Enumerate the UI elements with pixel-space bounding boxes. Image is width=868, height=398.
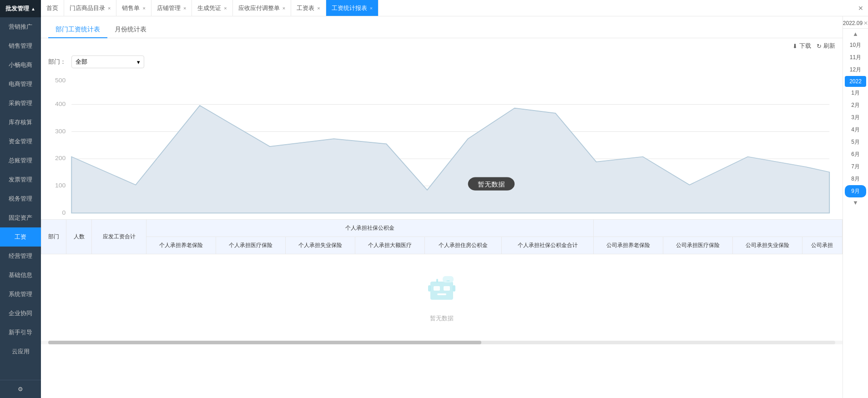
tab-应收应付调整单[interactable]: 应收应付调整单 × bbox=[233, 0, 291, 16]
table-container: 部门 人数 应发工资合计 个人承担社保公积金 个人承担养老保险 个人承担医疗保险… bbox=[41, 219, 843, 352]
sidebar-item-小畅电商[interactable]: 小畅电商 bbox=[0, 55, 41, 75]
tab-店铺管理[interactable]: 店铺管理 × bbox=[151, 0, 192, 16]
svg-rect-16 bbox=[437, 293, 446, 295]
empty-state: ... 暂无数据 bbox=[41, 254, 843, 341]
col-个人承担失业保险: 个人承担失业保险 bbox=[286, 237, 355, 254]
content-area: 部门工资统计表 月份统计表 ⬇ 下载 ↻ 刷新 部门： bbox=[41, 16, 868, 398]
tab-close-icon[interactable]: × bbox=[142, 5, 145, 11]
date-month-2月[interactable]: 2月 bbox=[843, 99, 868, 111]
sidebar-item-工资[interactable]: 工资 bbox=[0, 227, 41, 247]
col-公司承担养老保险: 公司承担养老保险 bbox=[594, 237, 663, 254]
sidebar: 批发管理 ▲ 营销推广 销售管理 小畅电商 电商管理 采购管理 库存核算 资金管… bbox=[0, 0, 41, 398]
sidebar-item-税务管理[interactable]: 税务管理 bbox=[0, 189, 41, 208]
svg-text:200: 200 bbox=[55, 155, 66, 161]
tab-close-active-icon[interactable]: × bbox=[370, 5, 373, 11]
tab-close-icon[interactable]: × bbox=[108, 5, 111, 11]
date-month-6月[interactable]: 6月 bbox=[843, 148, 868, 161]
date-nav-up[interactable]: ▲ bbox=[843, 29, 868, 39]
col-人数: 人数 bbox=[66, 220, 91, 254]
sidebar-item-新手引导[interactable]: 新手引导 bbox=[0, 323, 41, 342]
main-area: 首页 门店商品目录 × 销售单 × 店铺管理 × 生成凭证 × 应收应付调整单 … bbox=[41, 0, 868, 398]
sub-tab-部门工资统计表[interactable]: 部门工资统计表 bbox=[48, 22, 107, 38]
empty-text: 暂无数据 bbox=[430, 314, 454, 322]
date-month-12月[interactable]: 12月 bbox=[843, 64, 868, 76]
date-month-7月[interactable]: 7月 bbox=[843, 161, 868, 173]
sidebar-item-总账管理[interactable]: 总账管理 bbox=[0, 151, 41, 170]
svg-text:500: 500 bbox=[55, 77, 66, 84]
date-panel-title: 2022.09 bbox=[843, 20, 863, 26]
close-all-icon[interactable]: ✕ bbox=[858, 5, 863, 12]
date-month-5月[interactable]: 5月 bbox=[843, 136, 868, 148]
col-group-公司承担 bbox=[594, 220, 843, 237]
date-month-8月[interactable]: 8月 bbox=[843, 173, 868, 185]
sidebar-title: 批发管理 bbox=[5, 5, 29, 13]
date-month-9月[interactable]: 9月 bbox=[845, 185, 866, 197]
page-content: 部门工资统计表 月份统计表 ⬇ 下载 ↻ 刷新 部门： bbox=[41, 16, 843, 398]
date-month-10月[interactable]: 10月 bbox=[843, 39, 868, 51]
filter-bar: 部门： 全部 ▾ bbox=[41, 54, 843, 74]
col-应发工资合计: 应发工资合计 bbox=[91, 220, 146, 254]
scrollbar-thumb[interactable] bbox=[48, 341, 481, 344]
download-button[interactable]: ⬇ 下载 bbox=[792, 42, 811, 50]
col-部门: 部门 bbox=[41, 220, 66, 254]
sidebar-item-固定资产[interactable]: 固定资产 bbox=[0, 208, 41, 227]
date-month-3月[interactable]: 3月 bbox=[843, 111, 868, 124]
tab-首页[interactable]: 首页 bbox=[41, 0, 64, 16]
date-nav-down[interactable]: ▼ bbox=[843, 197, 868, 208]
tab-close-icon[interactable]: × bbox=[283, 5, 285, 11]
col-个人承担医疗保险: 个人承担医疗保险 bbox=[216, 237, 286, 254]
svg-rect-14 bbox=[434, 286, 440, 291]
settings-button[interactable]: ⚙ bbox=[0, 380, 41, 398]
sidebar-item-采购管理[interactable]: 采购管理 bbox=[0, 94, 41, 113]
refresh-button[interactable]: ↻ 刷新 bbox=[817, 42, 835, 50]
tab-销售单[interactable]: 销售单 × bbox=[116, 0, 151, 16]
tab-close-icon[interactable]: × bbox=[317, 5, 320, 11]
sidebar-item-资金管理[interactable]: 资金管理 bbox=[0, 132, 41, 151]
sidebar-item-销售管理[interactable]: 销售管理 bbox=[0, 36, 41, 55]
svg-text:0: 0 bbox=[62, 210, 66, 216]
sidebar-item-系统管理[interactable]: 系统管理 bbox=[0, 285, 41, 304]
sidebar-item-云应用[interactable]: 云应用 bbox=[0, 342, 41, 361]
date-close-icon[interactable]: ✕ bbox=[863, 20, 868, 26]
tab-close-icon[interactable]: × bbox=[183, 5, 186, 11]
tab-工资表[interactable]: 工资表 × bbox=[291, 0, 326, 16]
horizontal-scrollbar[interactable] bbox=[41, 341, 843, 344]
col-个人承担养老保险: 个人承担养老保险 bbox=[146, 237, 216, 254]
sidebar-item-电商管理[interactable]: 电商管理 bbox=[0, 75, 41, 94]
svg-rect-13 bbox=[430, 282, 453, 300]
data-table: 部门 人数 应发工资合计 个人承担社保公积金 个人承担养老保险 个人承担医疗保险… bbox=[41, 219, 843, 254]
col-个人承担住房公积金: 个人承担住房公积金 bbox=[425, 237, 502, 254]
svg-rect-18 bbox=[453, 285, 455, 292]
tab-bar-end: ✕ bbox=[853, 5, 868, 12]
svg-text:...: ... bbox=[447, 278, 450, 282]
date-month-1月[interactable]: 1月 bbox=[843, 87, 868, 99]
sidebar-item-营销推广[interactable]: 营销推广 bbox=[0, 17, 41, 36]
col-group-个人承担社保公积金: 个人承担社保公积金 bbox=[146, 220, 594, 237]
date-month-4月[interactable]: 4月 bbox=[843, 124, 868, 136]
svg-rect-15 bbox=[444, 286, 450, 291]
tab-工资统计报表[interactable]: 工资统计报表 × bbox=[326, 0, 378, 16]
dept-select-value: 全部 bbox=[76, 58, 87, 66]
tab-bar: 首页 门店商品目录 × 销售单 × 店铺管理 × 生成凭证 × 应收应付调整单 … bbox=[41, 0, 868, 16]
svg-text:100: 100 bbox=[55, 182, 66, 189]
sidebar-item-发票管理[interactable]: 发票管理 bbox=[0, 170, 41, 189]
sidebar-arrow-icon: ▲ bbox=[31, 6, 35, 11]
tab-门店商品目录[interactable]: 门店商品目录 × bbox=[64, 0, 116, 16]
date-year-2022[interactable]: 2022 bbox=[845, 76, 866, 87]
dept-select[interactable]: 全部 ▾ bbox=[71, 55, 144, 68]
sidebar-item-企业协同[interactable]: 企业协同 bbox=[0, 304, 41, 323]
svg-rect-19 bbox=[436, 279, 438, 282]
sub-tab-bar: 部门工资统计表 月份统计表 bbox=[41, 16, 843, 38]
tab-close-icon[interactable]: × bbox=[224, 5, 227, 11]
sidebar-item-经营管理[interactable]: 经营管理 bbox=[0, 247, 41, 266]
tab-生成凭证[interactable]: 生成凭证 × bbox=[192, 0, 232, 16]
sidebar-item-基础信息[interactable]: 基础信息 bbox=[0, 266, 41, 285]
date-month-11月[interactable]: 11月 bbox=[843, 51, 868, 64]
sidebar-item-库存核算[interactable]: 库存核算 bbox=[0, 113, 41, 132]
sidebar-header[interactable]: 批发管理 ▲ bbox=[0, 0, 41, 17]
sub-tab-月份统计表[interactable]: 月份统计表 bbox=[107, 22, 154, 38]
toolbar: ⬇ 下载 ↻ 刷新 bbox=[41, 38, 843, 54]
date-panel-header: 2022.09 ✕ bbox=[843, 18, 868, 29]
chart-area: 0 100 200 300 400 500 bbox=[41, 74, 843, 219]
col-公司承担失业保险: 公司承担失业保险 bbox=[733, 237, 802, 254]
